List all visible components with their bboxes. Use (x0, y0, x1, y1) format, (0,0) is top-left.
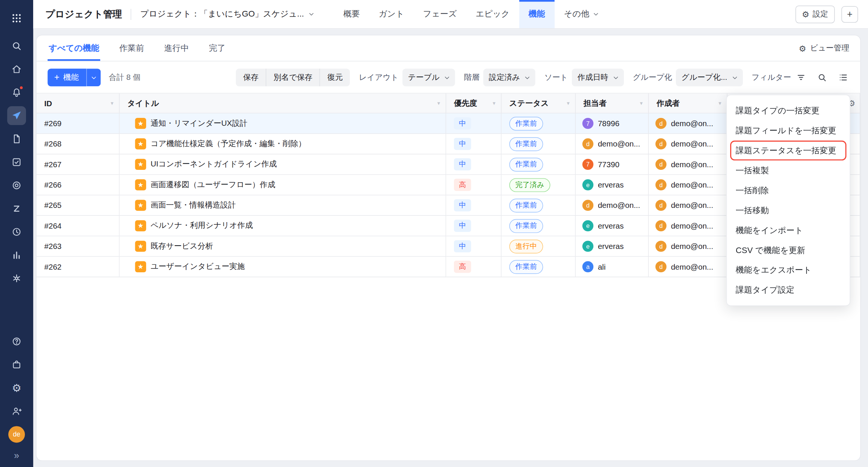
cell-status[interactable]: 作業前 (501, 195, 576, 216)
nav-tab-more[interactable]: その他 (555, 0, 609, 28)
apps-grid-icon[interactable] (7, 9, 26, 28)
col-header-title[interactable]: タイトル (119, 93, 446, 113)
layout-select[interactable]: テーブル (402, 69, 455, 86)
filter-button[interactable]: フィルター (752, 72, 807, 84)
menu-item-bulk-delete[interactable]: 一括削除 (727, 180, 850, 200)
cell-status[interactable]: 作業前 (501, 113, 576, 134)
menu-item-bulk-type[interactable]: 課題タイプの一括変更 (727, 101, 850, 121)
column-filter-icon[interactable] (567, 100, 570, 106)
add-feature-button[interactable]: 機能 (47, 69, 86, 86)
cell-status[interactable]: 進行中 (501, 236, 576, 256)
project-active-icon[interactable] (7, 106, 26, 125)
cell-title[interactable]: ペルソナ・利用シナリオ作成 (119, 216, 446, 236)
view-tab-all[interactable]: すべての機能 (47, 35, 100, 61)
cell-assignee[interactable]: 778996 (576, 113, 649, 134)
cell-priority[interactable]: 中 (446, 134, 501, 154)
collapse-sidebar-icon[interactable]: » (14, 450, 19, 461)
cell-priority[interactable]: 中 (446, 195, 501, 216)
cell-status[interactable]: 作業前 (501, 154, 576, 175)
briefcase-icon[interactable] (7, 355, 26, 374)
cell-title[interactable]: UIコンポーネントガイドライン作成 (119, 154, 446, 175)
target-icon[interactable] (7, 176, 26, 195)
menu-item-import[interactable]: 機能をインポート (727, 220, 850, 240)
cell-priority[interactable]: 中 (446, 154, 501, 175)
column-filter-icon[interactable] (718, 100, 721, 106)
hierarchy-select[interactable]: 設定済み (483, 69, 536, 86)
menu-item-bulk-status[interactable]: 課題ステータスを一括変更 (730, 140, 847, 160)
menu-item-export[interactable]: 機能をエクスポート (727, 260, 850, 280)
cell-assignee[interactable]: eerveras (576, 216, 649, 236)
home-icon[interactable] (7, 60, 26, 79)
nav-tab-phases[interactable]: フェーズ (414, 0, 466, 28)
column-filter-icon[interactable] (111, 100, 113, 106)
cell-status[interactable]: 完了済み (501, 175, 576, 195)
bar-chart-icon[interactable] (7, 246, 26, 264)
col-header-status[interactable]: ステータス (501, 93, 576, 113)
cell-creator[interactable]: ddemo@on... (649, 113, 727, 134)
nav-tab-overview[interactable]: 概要 (334, 0, 369, 28)
save-button[interactable]: 保存 (236, 69, 266, 86)
menu-item-bulk-field[interactable]: 課題フィールドを一括変更 (727, 121, 850, 140)
cell-creator[interactable]: ddemo@on... (649, 154, 727, 175)
cell-assignee[interactable]: eerveras (576, 236, 649, 256)
cell-status[interactable]: 作業前 (501, 257, 576, 277)
settings-button[interactable]: ⚙ 設定 (795, 5, 835, 23)
cell-creator[interactable]: ddemo@on... (649, 236, 727, 256)
bulk-actions-menu-icon[interactable] (837, 72, 849, 84)
user-avatar[interactable]: de (8, 426, 25, 443)
menu-item-csv-update[interactable]: CSV で機能を更新 (727, 240, 850, 260)
cell-title[interactable]: 既存サービス分析 (119, 236, 446, 256)
cell-status[interactable]: 作業前 (501, 134, 576, 154)
cell-assignee[interactable]: 777390 (576, 154, 649, 175)
view-tab-doing[interactable]: 進行中 (163, 35, 190, 61)
cell-assignee[interactable]: ddemo@on... (576, 134, 649, 154)
column-filter-icon[interactable] (493, 100, 495, 106)
cell-title[interactable]: コア機能仕様定義（予定作成・編集・削除） (119, 134, 446, 154)
cell-title[interactable]: 画面遷移図（ユーザーフロー）作成 (119, 175, 446, 195)
cell-assignee[interactable]: ddemo@on... (576, 195, 649, 216)
project-selector[interactable]: プロジェクト：「まいにちGO」スケジュ... (140, 0, 315, 28)
cell-status[interactable]: 作業前 (501, 216, 576, 236)
col-header-assignee[interactable]: 担当者 (576, 93, 649, 113)
help-icon[interactable] (7, 332, 26, 351)
column-filter-icon[interactable] (640, 100, 643, 106)
cell-title[interactable]: 画面一覧・情報構造設計 (119, 195, 446, 216)
menu-item-type-settings[interactable]: 課題タイプ設定 (727, 280, 850, 300)
cell-creator[interactable]: ddemo@on... (649, 134, 727, 154)
cell-title[interactable]: 通知・リマインダーUX設計 (119, 113, 446, 134)
restore-button[interactable]: 復元 (320, 69, 350, 86)
sort-select[interactable]: 作成日時 (572, 69, 624, 86)
clock-icon[interactable] (7, 223, 26, 241)
col-header-creator[interactable]: 作成者 (649, 93, 727, 113)
view-tab-todo[interactable]: 作業前 (118, 35, 145, 61)
menu-item-bulk-move[interactable]: 一括移動 (727, 200, 850, 220)
tasks-check-icon[interactable] (7, 153, 26, 172)
cell-priority[interactable]: 高 (446, 175, 501, 195)
automation-gear-icon[interactable] (7, 269, 26, 288)
cell-priority[interactable]: 中 (446, 216, 501, 236)
col-header-id[interactable]: ID (37, 93, 119, 113)
notifications-bell-icon[interactable] (7, 83, 26, 102)
save-as-button[interactable]: 別名で保存 (266, 69, 320, 86)
cell-title[interactable]: ユーザーインタビュー実施 (119, 257, 446, 277)
cell-priority[interactable]: 高 (446, 257, 501, 277)
integrations-z-icon[interactable] (7, 199, 26, 218)
view-tab-done[interactable]: 完了 (208, 35, 227, 61)
nav-tab-features[interactable]: 機能 (519, 0, 555, 28)
cell-assignee[interactable]: aali (576, 257, 649, 277)
nav-tab-epics[interactable]: エピック (466, 0, 519, 28)
cell-creator[interactable]: ddemo@on... (649, 195, 727, 216)
cell-priority[interactable]: 中 (446, 113, 501, 134)
search-icon[interactable] (816, 72, 828, 84)
cell-creator[interactable]: ddemo@on... (649, 216, 727, 236)
col-header-priority[interactable]: 優先度 (446, 93, 501, 113)
search-icon[interactable] (7, 37, 26, 55)
group-select[interactable]: グループ化... (676, 69, 743, 86)
invite-user-icon[interactable] (7, 402, 26, 421)
cell-priority[interactable]: 中 (446, 236, 501, 256)
column-filter-icon[interactable] (437, 100, 440, 106)
add-button[interactable]: + (841, 6, 858, 22)
menu-item-bulk-duplicate[interactable]: 一括複製 (727, 160, 850, 180)
cell-assignee[interactable]: eerveras (576, 175, 649, 195)
view-manage-button[interactable]: ⚙ ビュー管理 (799, 35, 849, 61)
